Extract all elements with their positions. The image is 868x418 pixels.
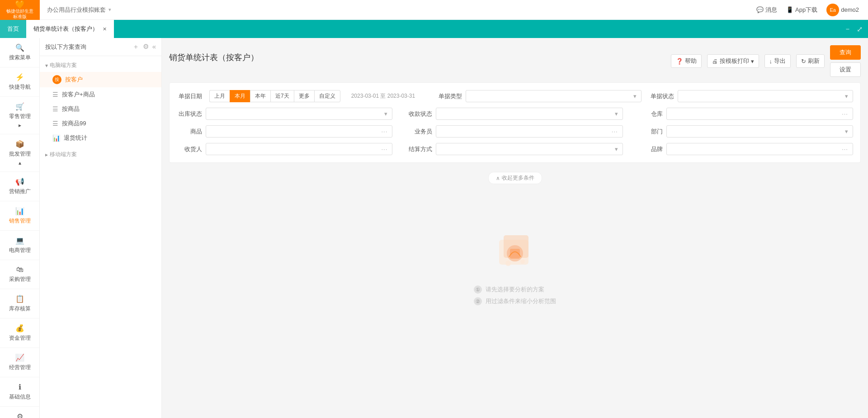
sidebar-item-search[interactable]: 🔍 搜索菜单 <box>0 38 39 67</box>
doc-status-chevron: ▾ <box>845 93 848 100</box>
sidebar-item-quick-nav[interactable]: ⚡ 快捷导航 <box>0 67 39 97</box>
sidebar-item-ecommerce[interactable]: 💻 电商管理 <box>0 231 39 260</box>
refresh-button[interactable]: ↻ 刷新 <box>796 54 825 68</box>
sidebar-label-quick-nav: 快捷导航 <box>9 83 31 91</box>
maximize-icon[interactable]: ⤢ <box>857 25 863 33</box>
sidebar-item-inventory[interactable]: 📋 库存核算 <box>0 289 39 318</box>
page-header: 销货单统计表（按客户） ❓ 帮助 🖨 按模板打印 ▾ ↓ 导出 ↻ 刷新 <box>169 45 861 77</box>
retail-arrow: ▸ <box>19 122 21 128</box>
tip-num-1: ① <box>474 285 482 294</box>
product-select[interactable]: ··· <box>206 125 392 138</box>
query-buttons: 查询 设置 <box>830 45 861 77</box>
department-chevron: ▾ <box>845 128 848 135</box>
settings-scheme-button[interactable]: ⚙ <box>143 43 149 51</box>
scheme-by-customer-product[interactable]: ☰ 按客户+商品 <box>40 87 161 102</box>
help-icon: ❓ <box>676 58 683 65</box>
sidebar-item-retail[interactable]: 🛒 零售管理 ▸ <box>0 97 39 134</box>
sidebar-item-purchase[interactable]: 🛍 采购管理 <box>0 260 39 289</box>
pc-group-header[interactable]: ▾ 电脑端方案 <box>40 59 161 72</box>
collapse-up-icon: ∧ <box>496 175 500 181</box>
scheme-by-customer-product-label: 按客户+商品 <box>62 90 95 99</box>
tabbar-expand: － ⤢ <box>839 20 868 38</box>
search-icon: 🔍 <box>15 43 24 52</box>
tab-sales-report[interactable]: 销货单统计表（按客户） ✕ <box>26 20 114 38</box>
date-range: 2023-03-01 至 2023-03-31 <box>351 92 415 100</box>
setting-button[interactable]: 设置 <box>830 62 861 77</box>
sidebar-item-finance[interactable]: 💰 资金管理 <box>0 318 39 348</box>
query-button[interactable]: 查询 <box>830 45 861 60</box>
doc-type-chevron: ▾ <box>633 93 637 100</box>
scheme-return-stats[interactable]: 📊 退货统计 <box>40 131 161 145</box>
pc-scheme-group: ▾ 电脑端方案 按 按客户 ☰ 按客户+商品 ☰ 按商品 ☰ 按商品99 📊 <box>40 56 161 148</box>
custom-btn[interactable]: 自定义 <box>314 90 340 102</box>
sidebar-item-basic-info[interactable]: ℹ 基础信息 <box>0 377 39 407</box>
tab-home[interactable]: 首页 <box>0 20 26 38</box>
more-btn[interactable]: 更多 <box>294 90 314 102</box>
sidebar-item-wholesale[interactable]: 📦 批发管理 ▴ <box>0 134 39 172</box>
template-print-button[interactable]: 🖨 按模板打印 ▾ <box>707 54 759 68</box>
message-button[interactable]: 💬 消息 <box>756 6 777 14</box>
user-menu[interactable]: Ea demo2 <box>826 4 859 16</box>
doc-type-select[interactable]: ▾ <box>466 90 641 102</box>
main-layout: 🔍 搜索菜单 ⚡ 快捷导航 🛒 零售管理 ▸ 📦 批发管理 ▴ 📢 营销推广 📊… <box>0 0 868 418</box>
last-7-btn[interactable]: 近7天 <box>270 90 294 102</box>
empty-tips: ① 请先选择要分析的方案 ② 用过滤条件来缩小分析范围 <box>474 285 556 305</box>
scheme-by-customer[interactable]: 按 按客户 <box>40 72 161 87</box>
svg-point-4 <box>505 261 511 266</box>
recipient-select[interactable]: ··· <box>206 143 392 155</box>
sidebar: 🔍 搜索菜单 ⚡ 快捷导航 🛒 零售管理 ▸ 📦 批发管理 ▴ 📢 营销推广 📊… <box>0 38 40 418</box>
sidebar-label-purchase: 采购管理 <box>9 276 31 283</box>
page-actions: ❓ 帮助 🖨 按模板打印 ▾ ↓ 导出 ↻ 刷新 查询 <box>671 45 861 77</box>
sidebar-item-sales-mgmt[interactable]: 📊 销售管理 <box>0 201 39 231</box>
scheme-by-product[interactable]: ☰ 按商品 <box>40 102 161 116</box>
mobile-group-header[interactable]: ▸ 移动端方案 <box>40 148 161 161</box>
payment-status-select[interactable]: ▾ <box>436 108 623 120</box>
tab-close-icon[interactable]: ✕ <box>103 26 107 32</box>
collapse-button[interactable]: ∧ 收起更多条件 <box>488 172 542 184</box>
tip-text-2: 用过滤条件来缩小分析范围 <box>486 297 556 305</box>
sidebar-item-marketing[interactable]: 📢 营销推广 <box>0 172 39 201</box>
template-print-label: 按模板打印 <box>720 57 749 65</box>
sidebar-item-system[interactable]: ⚙ 系统管理 <box>0 407 39 418</box>
settlement-select[interactable]: ▾ <box>436 143 623 155</box>
minimize-icon[interactable]: － <box>844 24 851 34</box>
tab-sales-report-label: 销货单统计表（按客户） <box>33 25 98 33</box>
refresh-icon: ↻ <box>801 58 806 65</box>
doc-status-select[interactable]: ▾ <box>678 90 853 102</box>
recipient-label: 收货人 <box>177 145 202 153</box>
sidebar-label-marketing: 营销推广 <box>9 188 31 195</box>
inventory-icon: 📋 <box>15 294 24 303</box>
left-panel-title: 按以下方案查询 <box>45 43 86 51</box>
help-button[interactable]: ❓ 帮助 <box>671 54 702 68</box>
last-month-btn[interactable]: 上月 <box>209 90 230 102</box>
app-download-button[interactable]: 📱 App下载 <box>786 6 817 14</box>
scheme-by-product-99[interactable]: ☰ 按商品99 <box>40 116 161 131</box>
warehouse-select[interactable]: ··· <box>666 108 853 120</box>
mobile-group-arrow: ▸ <box>45 152 48 158</box>
brand-select[interactable]: ··· <box>666 143 853 155</box>
app-label: App下载 <box>795 6 817 14</box>
collapse-panel-button[interactable]: « <box>152 43 156 51</box>
logo[interactable]: 🧡 畅捷信好生意 标准版 <box>0 0 40 20</box>
department-select[interactable]: ▾ <box>666 125 853 138</box>
this-year-btn[interactable]: 本年 <box>250 90 270 102</box>
out-status-select[interactable]: ▾ <box>206 108 392 120</box>
export-button[interactable]: ↓ 导出 <box>764 54 791 68</box>
this-month-btn[interactable]: 本月 <box>230 90 250 102</box>
page-title: 销货单统计表（按客户） <box>169 52 259 63</box>
sidebar-label-wholesale: 批发管理 <box>9 150 31 158</box>
sidebar-label-finance: 资金管理 <box>9 334 31 342</box>
print-chevron: ▾ <box>751 58 754 65</box>
topbar-actions: 💬 消息 📱 App下载 Ea demo2 <box>756 4 868 16</box>
quick-nav-icon: ⚡ <box>15 73 24 81</box>
retail-icon: 🛒 <box>15 102 24 111</box>
topbar-chevron: ▾ <box>108 7 111 13</box>
sidebar-label-search: 搜索菜单 <box>9 54 31 62</box>
date-label: 单据日期 <box>177 92 202 100</box>
salesperson-select[interactable]: ··· <box>436 125 623 138</box>
sidebar-item-ops[interactable]: 📈 经营管理 <box>0 348 39 377</box>
add-scheme-button[interactable]: ＋ <box>132 43 139 51</box>
tip-text-1: 请先选择要分析的方案 <box>486 285 544 294</box>
filter-row-2: 出库状态 ▾ 收款状态 ▾ 仓库 <box>177 108 853 120</box>
ecommerce-icon: 💻 <box>15 236 24 245</box>
